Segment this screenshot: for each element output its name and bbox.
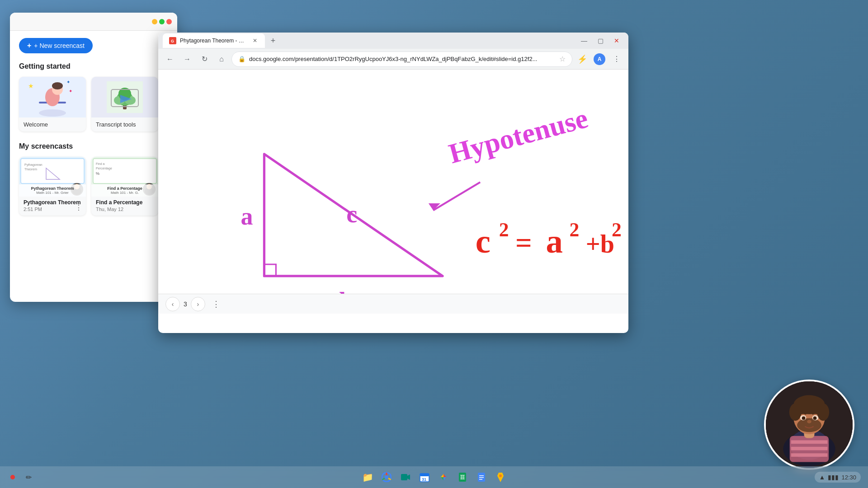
taskbar-center: 📁 31 (359, 469, 509, 486)
tab-restore-button[interactable]: ▢ (593, 33, 608, 48)
reload-button[interactable]: ↻ (197, 52, 212, 66)
svg-text:Percentage: Percentage (96, 167, 112, 170)
forward-button[interactable]: → (180, 52, 194, 66)
svg-point-64 (807, 420, 811, 423)
welcome-card[interactable]: ★ ✦ ✦ Welcome (19, 77, 86, 131)
pencil-icon[interactable]: ✏ (20, 469, 37, 486)
svg-text:+b: +b (586, 230, 614, 258)
sheets-icon[interactable] (454, 469, 471, 486)
wifi-icon: ▲ (819, 474, 826, 481)
svg-point-63 (813, 417, 817, 420)
svg-text:2: 2 (499, 219, 509, 240)
svg-text:✦: ✦ (66, 80, 70, 84)
svg-text:a: a (241, 203, 253, 230)
system-tray: ▲ ▮▮▮ 12:30 (815, 472, 861, 483)
taskbar-right: ▲ ▮▮▮ 12:30 (815, 472, 861, 483)
transcript-card-image (91, 77, 158, 117)
svg-rect-70 (420, 474, 429, 476)
svg-rect-79 (479, 475, 484, 476)
new-screencast-button[interactable]: + + New screencast (19, 38, 93, 53)
extensions-button[interactable]: ⚡ (575, 52, 590, 66)
slide-prev-button[interactable]: ‹ (165, 297, 180, 311)
percentage-card-info: Find a Percentage Thu, May 12 (91, 197, 158, 216)
pythagorean-card-name: Pythagorean Theorem (24, 199, 81, 206)
taskbar: ✏ 📁 (0, 466, 868, 488)
pythagorean-thumb: Pythagorean Theorem Pythagorean Theo (19, 157, 86, 197)
files-icon[interactable]: 📁 (359, 469, 376, 486)
screencasts-grid: Pythagorean Theorem Pythagorean Theo (19, 157, 168, 216)
pythagorean-menu-button[interactable]: ⋮ (75, 203, 82, 212)
slide-more-button[interactable]: ⋮ (209, 297, 223, 311)
svg-point-58 (817, 404, 829, 421)
percentage-card-time: Thu, May 12 (96, 206, 154, 212)
svg-rect-53 (791, 453, 828, 457)
profile-button[interactable]: A (592, 52, 607, 66)
svg-text:c: c (476, 222, 491, 260)
svg-rect-67 (401, 474, 407, 480)
webcam-person (766, 381, 853, 468)
home-button[interactable]: ⌂ (214, 52, 229, 66)
pythagorean-card[interactable]: Pythagorean Theorem Pythagorean Theo (19, 157, 86, 216)
meet-icon[interactable] (397, 469, 414, 486)
svg-rect-80 (479, 477, 484, 478)
more-button[interactable]: ⋮ (609, 52, 624, 66)
close-button[interactable] (166, 19, 172, 24)
tab-minimize-button[interactable]: — (577, 33, 591, 48)
svg-point-5 (52, 82, 63, 89)
profile-avatar: A (594, 53, 605, 65)
svg-rect-74 (460, 477, 465, 478)
chrome-icon[interactable] (378, 469, 395, 486)
svg-text:%: % (96, 171, 99, 176)
svg-point-57 (789, 404, 802, 421)
bookmark-star-icon[interactable]: ☆ (559, 55, 566, 63)
docs-icon[interactable] (473, 469, 490, 486)
back-button[interactable]: ← (163, 52, 177, 66)
svg-text:✦: ✦ (69, 89, 72, 94)
tab-close-button[interactable]: ✕ (251, 37, 259, 44)
svg-text:Theorem: Theorem (24, 168, 37, 171)
screencast-content: + + New screencast Getting started (10, 31, 177, 302)
photos-icon[interactable] (435, 469, 452, 486)
welcome-illustration: ★ ✦ ✦ (19, 77, 86, 117)
svg-text:G: G (171, 39, 174, 43)
tab-title: Phytagorean Theorem - Google (180, 38, 248, 44)
welcome-card-label: Welcome (19, 117, 86, 131)
my-screencasts-title: My screencasts (19, 142, 168, 150)
slide-bottom-bar: ‹ 3 › ⋮ (158, 294, 628, 314)
tab-bar: G Phytagorean Theorem - Google ✕ + — ▢ ✕ (158, 33, 628, 49)
svg-rect-51 (791, 440, 828, 444)
url-text: docs.google.com/presentation/d/1TPO2rRyg… (249, 56, 556, 62)
keep-icon[interactable] (492, 469, 509, 486)
minimize-button[interactable] (152, 19, 157, 24)
battery-icon: ▮▮▮ (828, 474, 839, 481)
svg-rect-75 (460, 479, 465, 479)
screencast-titlebar (10, 13, 177, 31)
svg-point-61 (802, 417, 806, 420)
svg-rect-52 (791, 447, 828, 450)
slide-next-button[interactable]: › (191, 297, 205, 311)
svg-point-1 (39, 109, 66, 117)
new-tab-button[interactable]: + (267, 34, 279, 47)
recording-dot (10, 475, 15, 479)
percentage-card[interactable]: Find a Percentage % Find a Percentage (91, 157, 158, 216)
lock-icon: 🔒 (238, 56, 245, 62)
webcam-svg (766, 381, 853, 468)
calendar-icon[interactable]: 31 (416, 469, 433, 486)
address-bar[interactable]: 🔒 docs.google.com/presentation/d/1TPO2rR… (231, 52, 572, 67)
transcript-tools-card[interactable]: Transcript tools (91, 77, 158, 131)
tab-window-close-button[interactable]: ✕ (609, 33, 624, 48)
active-tab[interactable]: G Phytagorean Theorem - Google ✕ (163, 33, 265, 48)
maximize-button[interactable] (159, 19, 165, 24)
svg-text:31: 31 (422, 477, 426, 482)
tab-favicon: G (169, 37, 176, 44)
getting-started-title: Getting started (19, 62, 168, 70)
svg-rect-73 (460, 475, 465, 476)
svg-point-66 (385, 475, 388, 479)
svg-text:=: = (515, 227, 532, 259)
svg-text:a: a (546, 222, 563, 260)
slide-number: 3 (184, 300, 187, 308)
browser-window: G Phytagorean Theorem - Google ✕ + — ▢ ✕… (158, 33, 628, 333)
taskbar-left: ✏ (7, 469, 37, 486)
clock: 12:30 (841, 474, 856, 481)
svg-text:2: 2 (612, 219, 622, 240)
